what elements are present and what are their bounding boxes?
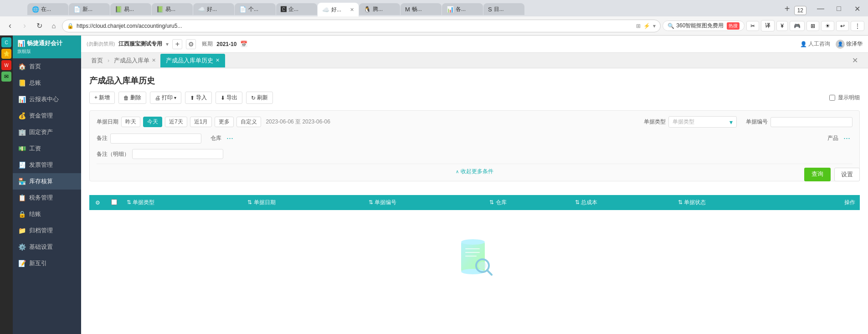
calendar-icon[interactable]: 📅 [240, 41, 247, 47]
add-button-topbar[interactable]: + [172, 39, 182, 49]
app-icon-mail[interactable]: ✉ [1, 72, 11, 82]
product-selector[interactable]: ··· [841, 132, 853, 144]
sidebar-item-home[interactable]: 🏠首页 [13, 58, 81, 75]
app-icon-star[interactable]: ⭐ [1, 49, 11, 59]
browser-tab-tab11[interactable]: 📊各... [442, 3, 483, 15]
tab-bill-list[interactable]: 产成品入库单 ✕ [109, 54, 160, 67]
settings-button-topbar[interactable]: ⚙ [186, 39, 196, 49]
col-bill-no[interactable]: ⇅ 单据编号 [364, 195, 485, 210]
brightness-tool[interactable]: ☀ [821, 21, 834, 31]
browser-tab-tab1[interactable]: 🌐在... [27, 3, 68, 15]
export-button[interactable]: ⬇ 导出 [216, 92, 242, 104]
company-dropdown[interactable]: ▾ [166, 41, 169, 47]
bill-type-select[interactable]: 单据类型 ▾ [668, 116, 737, 128]
date-filter-label: 单据日期 [97, 118, 118, 126]
date-btn-1month[interactable]: 近1月 [190, 117, 212, 127]
bill-no-input[interactable] [770, 117, 853, 127]
warehouse-selector[interactable]: ··· [224, 132, 236, 144]
browser-tab-tab3[interactable]: 📗易... [110, 3, 151, 15]
sidebar-item-newbill[interactable]: 📝新互引 [13, 255, 81, 272]
collapse-button[interactable]: ∧ 收起更多条件 [456, 168, 493, 175]
yuan-tool[interactable]: ¥ [776, 21, 788, 31]
remark-input[interactable] [110, 134, 201, 144]
sidebar-item-fixed[interactable]: 🏢固定资产 [13, 124, 81, 140]
win-maximize-button[interactable]: □ [830, 2, 848, 15]
sidebar-item-salary[interactable]: 💵工资 [13, 140, 81, 157]
col-total-cost[interactable]: ⇅ 总成本 [570, 195, 673, 210]
sidebar-icon-salary: 💵 [18, 145, 26, 152]
refresh-button-toolbar[interactable]: ↻ 刷新 [246, 92, 273, 104]
sidebar-item-report[interactable]: 📊云报表中心 [13, 91, 81, 108]
browser-tab-tab8[interactable]: ☁️好...✕ [318, 3, 359, 16]
tab-add-button[interactable]: + [781, 2, 794, 15]
search-bar[interactable]: 🔍 360智能抠图免费用 热搜 [663, 21, 745, 31]
tab-close-tab8[interactable]: ✕ [350, 7, 354, 13]
date-btn-today[interactable]: 今天 [143, 117, 162, 127]
col-bill-date[interactable]: ⇅ 单据日期 [243, 195, 364, 210]
date-btn-7days[interactable]: 近7天 [165, 117, 187, 127]
sidebar-item-inventory[interactable]: 🏪库存核算 [13, 173, 81, 190]
address-bar[interactable]: 🔒 https://cloud.chanjet.com/accounting/u… [62, 20, 661, 32]
app-icon-chanjet[interactable]: C [1, 37, 11, 47]
delete-button[interactable]: 🗑 删除 [118, 92, 146, 104]
browser-tab-tab2[interactable]: 📄新... [69, 3, 110, 15]
sidebar-item-archive[interactable]: 📁归档管理 [13, 222, 81, 239]
win-minimize-button[interactable]: — [812, 2, 830, 15]
user-info[interactable]: 👤 徐泽华 [836, 40, 863, 49]
browser-tab-tab10[interactable]: M畅... [401, 3, 442, 15]
service-button[interactable]: 👤 人工咨询 [800, 40, 830, 48]
game-tool[interactable]: 🎮 [790, 21, 805, 31]
date-btn-yesterday[interactable]: 昨天 [121, 117, 140, 127]
sidebar-sub: 旗舰版 [17, 48, 77, 55]
sidebar-item-funds[interactable]: 💰资金管理 [13, 108, 81, 124]
browser-tab-tab6[interactable]: 📄个... [235, 3, 276, 15]
layout-tool[interactable]: ⊞ [806, 21, 819, 31]
col-gear[interactable]: ⚙ [89, 195, 106, 210]
tab-bill-history-close[interactable]: ✕ [216, 57, 220, 63]
sidebar-item-basic[interactable]: ⚙️基础设置 [13, 239, 81, 255]
refresh-button[interactable]: ↻ [33, 20, 46, 32]
filter-row-3: 备注（明细） [97, 149, 853, 159]
date-btn-more[interactable]: 更多 [215, 117, 234, 127]
import-button[interactable]: ⬆ 导入 [185, 92, 212, 104]
tab-count-badge[interactable]: 12 [794, 6, 806, 15]
more-tool[interactable]: ⋮ [851, 21, 864, 31]
browser-tab-tab7[interactable]: 🅲企... [276, 3, 317, 15]
tab-bill-history[interactable]: 产成品入库单历史 ✕ [160, 54, 225, 67]
home-button[interactable]: ⌂ [47, 20, 60, 32]
sidebar-item-tax[interactable]: 📋税务管理 [13, 190, 81, 206]
print-button[interactable]: 🖨 打印 ▾ [150, 92, 181, 104]
page-close-button[interactable]: ✕ [847, 54, 863, 67]
date-btn-custom[interactable]: 自定义 [236, 117, 261, 127]
tab-bill-list-close[interactable]: ✕ [152, 57, 156, 63]
warehouse-filter-group: 仓库 ··· [211, 132, 236, 144]
forward-button[interactable]: › [18, 20, 31, 32]
app-icon-weibo[interactable]: W [1, 60, 11, 70]
sidebar-item-invoice[interactable]: 🧾发票管理 [13, 157, 81, 173]
col-bill-status[interactable]: ⇅ 单据状态 [673, 195, 794, 210]
col-warehouse[interactable]: ⇅ 仓库 [485, 195, 570, 210]
query-button[interactable]: 查询 [804, 168, 831, 181]
translate-tool[interactable]: 译 [761, 20, 775, 31]
show-detail-checkbox[interactable] [829, 95, 835, 101]
scissors-tool[interactable]: ✂ [746, 21, 759, 31]
col-bill-type[interactable]: ⇅ 单据类型 [122, 195, 243, 210]
new-button[interactable]: + 新增 [89, 92, 115, 104]
remark-detail-input[interactable] [132, 149, 223, 159]
back-button[interactable]: ‹ [4, 20, 16, 32]
win-close-button[interactable]: ✕ [848, 2, 866, 15]
browser-tab-tab9[interactable]: 🐧腾... [359, 3, 400, 15]
undo-tool[interactable]: ↩ [836, 21, 849, 31]
col-checkbox[interactable] [106, 195, 122, 210]
toolbar-right: 显示明细 [829, 94, 860, 102]
sidebar-item-close[interactable]: 🔒结账 [13, 206, 81, 222]
service-label: 人工咨询 [808, 40, 830, 48]
svg-line-8 [487, 270, 492, 275]
setup-button[interactable]: 设置 [834, 168, 860, 181]
select-all-checkbox[interactable] [111, 199, 117, 205]
sidebar-item-ledger[interactable]: 📒总账 [13, 75, 81, 91]
browser-tab-tab4[interactable]: 📗易... [152, 3, 193, 15]
browser-tab-tab12[interactable]: S目... [483, 3, 524, 15]
browser-tab-tab5[interactable]: ☁️好... [193, 3, 234, 15]
breadcrumb-home[interactable]: 首页 [87, 54, 108, 67]
